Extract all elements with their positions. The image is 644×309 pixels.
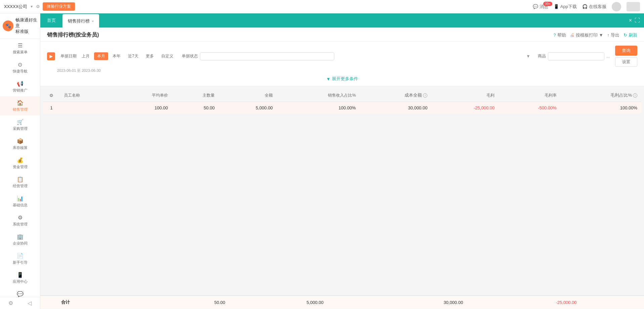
status-select-wrapper: ▼ <box>200 52 532 60</box>
trial-button[interactable]: 体验行业方案 <box>43 2 75 11</box>
date-tabs: 上月 本月 本年 近7天 更多 自定义 <box>79 52 176 60</box>
help-icon: ? <box>553 33 556 38</box>
filter-buttons: 查询 设置 <box>615 46 637 67</box>
sidebar-item-enterprise[interactable]: 🏢 企业协同 <box>0 230 40 249</box>
help-button[interactable]: ? 帮助 <box>553 32 566 38</box>
footer-amount: 5,000.00 <box>229 296 328 309</box>
status-select-arrow-icon: ▼ <box>526 54 530 59</box>
cell-sales-pct: 100.00% <box>277 102 360 114</box>
table-settings-icon[interactable]: ⚙ <box>49 93 53 98</box>
th-amount: 全额 <box>219 89 277 102</box>
export-button[interactable]: ↑ 导出 <box>607 32 620 38</box>
enterprise-icon: 🏢 <box>17 234 24 240</box>
gross-pct-info-icon[interactable]: i <box>633 93 637 98</box>
basic-icon: 📊 <box>17 195 24 202</box>
date-tab-year[interactable]: 本年 <box>110 52 124 60</box>
app-download[interactable]: 📱 App下载 <box>554 4 577 10</box>
sidebar-collapse-icon[interactable]: ◁ <box>28 300 32 306</box>
expand-btn[interactable]: ▼ 展开更多条件 <box>326 76 358 82</box>
filter-area: ▶ 单据日期 上月 本月 本年 近7天 更多 自定义 <box>40 42 644 86</box>
date-tab-more[interactable]: 更多 <box>143 52 157 60</box>
top-bar: XXXXX公司 ▼ ⚙ 体验行业方案 💬 消息 99+ 📱 App下载 🎧 在线… <box>0 0 644 13</box>
th-gross: 毛利 <box>431 89 499 102</box>
table-body: 1 100.00 50.00 5,000.00 100.00% 30,000.0… <box>43 102 641 114</box>
tab-close-icon[interactable]: × <box>92 19 94 23</box>
page-header: 销售排行榜(按业务员) ? 帮助 🖨 按模板打印 ▼ ↑ 导出 <box>40 28 644 42</box>
goods-input[interactable] <box>548 52 604 60</box>
message-area[interactable]: 💬 消息 99+ <box>533 4 548 10</box>
sidebar-item-operation[interactable]: 📋 经营管理 <box>0 173 40 192</box>
sidebar-label-shortcut: 快捷导航 <box>13 69 28 74</box>
sidebar-item-system[interactable]: ⚙ 系统管理 <box>0 211 40 230</box>
date-tab-week[interactable]: 近7天 <box>125 52 141 60</box>
expand-arrow-btn[interactable]: ▶ <box>47 52 55 60</box>
footer-gross: -25,000.00 <box>467 296 581 309</box>
date-range-display: 2023-06-01 至 2023-06-30 <box>57 68 637 73</box>
footer-rank <box>40 296 57 309</box>
sidebar-label-operation: 经营管理 <box>13 184 28 189</box>
th-settings[interactable]: ⚙ <box>43 89 60 102</box>
print-dropdown-icon[interactable]: ▼ <box>599 33 603 38</box>
sidebar-item-finance[interactable]: 💰 资金管理 <box>0 154 40 173</box>
table-footer: 合计 50.00 5,000.00 30,000.00 -25,000.00 <box>40 295 644 309</box>
filter-expand-arrow[interactable]: ▶ <box>47 52 55 60</box>
th-avg-price: 平均单价 <box>116 89 172 102</box>
sidebar-label-inventory: 库存核算 <box>13 145 28 150</box>
company-dropdown-icon[interactable]: ▼ <box>30 5 33 8</box>
page-content: 销售排行榜(按业务员) ? 帮助 🖨 按模板打印 ▼ ↑ 导出 <box>40 28 644 295</box>
tab-bar: 首页 销售排行榜 × × ⛶ <box>40 13 644 28</box>
sidebar-item-wechat[interactable]: 💬 企业微信 <box>0 288 40 297</box>
tab-fullscreen-icon[interactable]: ⛶ <box>635 17 640 23</box>
filter-status: 单据状态 ▼ <box>182 52 532 60</box>
sidebar-item-guide[interactable]: 📄 新手引导 <box>0 249 40 268</box>
date-tab-current[interactable]: 本月 <box>94 52 108 60</box>
date-tab-custom[interactable]: 自定义 <box>158 52 176 60</box>
tab-home[interactable]: 首页 <box>40 13 62 28</box>
date-tab-last[interactable]: 上月 <box>79 52 93 60</box>
table-row: 1 100.00 50.00 5,000.00 100.00% 30,000.0… <box>43 102 641 114</box>
sidebar-item-purchase[interactable]: 🛒 采购管理 <box>0 115 40 135</box>
avatar[interactable] <box>612 2 621 11</box>
footer-cost: 30,000.00 <box>359 296 467 309</box>
print-button[interactable]: 🖨 按模板打印 ▼ <box>570 32 603 38</box>
online-service[interactable]: 🎧 在线客服 <box>582 4 606 10</box>
status-select[interactable] <box>200 52 334 60</box>
sidebar-label-system: 系统管理 <box>13 222 28 227</box>
guide-icon: 📄 <box>17 253 24 259</box>
refresh-button[interactable]: ↻ 刷新 <box>624 32 637 38</box>
table-header-row: ⚙ 员工名称 平均单价 主数量 全额 销售收入占比% 成本全额 i <box>43 89 641 102</box>
sidebar-item-shortcut[interactable]: ⊙ 快捷导航 <box>0 58 40 77</box>
logo-icon: 🐾 <box>3 20 13 31</box>
sidebar-item-basic[interactable]: 📊 基础信息 <box>0 192 40 211</box>
sidebar-settings-icon[interactable]: ⚙ <box>8 300 13 306</box>
sidebar: 🐾 畅康通好生意 标准版 ☰ 搜索菜单 ⊙ 快捷导航 📢 营销推广 🏠 销售管理 <box>0 13 40 309</box>
cost-info-icon[interactable]: i <box>423 93 427 98</box>
sidebar-item-appstore[interactable]: 📱 应用中心 <box>0 268 40 288</box>
th-gross-pct: 毛利占比% i <box>561 89 641 102</box>
query-button[interactable]: 查询 <box>615 46 637 56</box>
filter-settings-button[interactable]: 设置 <box>615 57 637 67</box>
settings-icon[interactable]: ⚙ <box>36 4 40 9</box>
tab-close-window-icon[interactable]: × <box>629 17 632 23</box>
sidebar-item-sales[interactable]: 🏠 销售管理 <box>0 96 40 115</box>
user-name-placeholder <box>627 2 640 11</box>
sidebar-label-marketing: 营销推广 <box>13 88 28 93</box>
cell-gross: -25,000.00 <box>431 102 499 114</box>
more-dots-icon[interactable]: ... <box>606 54 610 59</box>
footer-gross-pct <box>612 296 644 309</box>
sidebar-label-appstore: 应用中心 <box>13 279 28 284</box>
refresh-icon: ↻ <box>624 33 627 38</box>
date-filter-label: 单据日期 <box>60 53 77 59</box>
company-name: XXXXX公司 <box>4 4 27 10</box>
message-badge: 99+ <box>543 2 552 6</box>
cell-name <box>60 102 116 114</box>
sidebar-item-search[interactable]: ☰ 搜索菜单 <box>0 39 40 58</box>
tab-sales-rank[interactable]: 销售排行榜 × <box>62 14 99 28</box>
cell-main-qty: 50.00 <box>172 102 219 114</box>
top-bar-right: 💬 消息 99+ 📱 App下载 🎧 在线客服 <box>533 2 640 11</box>
th-sales-pct: 销售收入占比% <box>277 89 360 102</box>
cell-amount: 5,000.00 <box>219 102 277 114</box>
sidebar-item-marketing[interactable]: 📢 营销推广 <box>0 77 40 96</box>
footer-gross-rate <box>581 296 612 309</box>
sidebar-item-inventory[interactable]: 📦 库存核算 <box>0 135 40 154</box>
